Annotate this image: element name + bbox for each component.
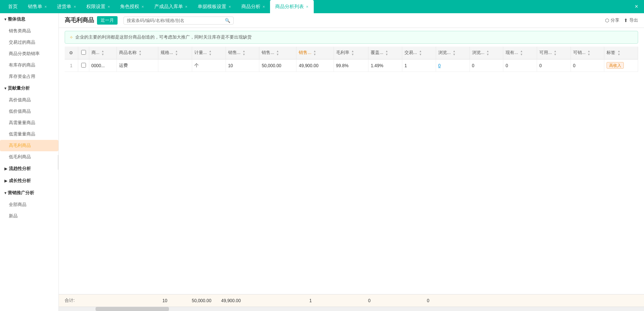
sidebar-item-traded-goods[interactable]: 交易过的商品 bbox=[0, 37, 58, 48]
nav-template[interactable]: 单据模板设置 × bbox=[193, 0, 236, 13]
row-sale-profit: 49,900.00 bbox=[296, 59, 334, 72]
top-navigation: 首页 销售单 × 进货单 × 权限设置 × 角色授权 × 产成品入库单 × 单据… bbox=[0, 0, 644, 13]
sidebar-item-low-value[interactable]: 低价值商品 bbox=[0, 106, 58, 117]
sidebar-item-new-goods[interactable]: 新品 bbox=[0, 210, 58, 222]
col-name[interactable]: 商品名称 ▲▼ bbox=[117, 47, 158, 59]
sort-icon-sale-qty: ▲▼ bbox=[242, 50, 245, 56]
nav-product-inbound[interactable]: 产成品入库单 × bbox=[149, 0, 193, 13]
header-actions: ⬡ 分享 ⬆ 导出 bbox=[605, 17, 638, 23]
info-icon: ✧ bbox=[69, 35, 73, 40]
row-checkbox[interactable] bbox=[81, 63, 86, 68]
sort-icon-view2: ▲▼ bbox=[486, 50, 489, 56]
sidebar-group-contribution[interactable]: ▾ 贡献量分析 bbox=[0, 82, 58, 94]
footer-sale-qty bbox=[87, 298, 160, 303]
footer-sale-qty-val: 10 bbox=[160, 298, 190, 303]
sidebar-group-overall[interactable]: ▾ 整体信息 bbox=[0, 13, 58, 25]
table-container: ⚙ 商... ▲▼ 商品名称 ▲▼ 规格... ▲▼ 计量. bbox=[59, 47, 644, 294]
col-current-stock[interactable]: 现有... ▲▼ bbox=[503, 47, 537, 59]
row-view-count1[interactable]: 0 bbox=[436, 59, 469, 72]
sort-icon-gross-margin: ▲▼ bbox=[351, 50, 354, 56]
sort-icon-spec: ▲▼ bbox=[175, 50, 178, 56]
close-sales-tab[interactable]: × bbox=[44, 4, 47, 9]
col-setting[interactable]: ⚙ bbox=[65, 47, 78, 59]
col-trade-count[interactable]: 交易... ▲▼ bbox=[402, 47, 436, 59]
col-coverage[interactable]: 覆盖... ▲▼ bbox=[368, 47, 402, 59]
col-sale-qty[interactable]: 销售... ▲▼ bbox=[226, 47, 259, 59]
time-filter-button[interactable]: 近一月 bbox=[97, 16, 118, 25]
row-coverage: 1.49% bbox=[368, 59, 402, 72]
row-view-count2: 0 bbox=[469, 59, 503, 72]
col-saleable-stock[interactable]: 可销... ▲▼ bbox=[571, 47, 604, 59]
col-sale-profit[interactable]: 销售... ▲▼ bbox=[296, 47, 334, 59]
nav-product-analysis-list[interactable]: 商品分析列表 × bbox=[270, 0, 313, 13]
sidebar-item-high-margin[interactable]: 高毛利商品 bbox=[0, 140, 58, 151]
sidebar-item-in-stock[interactable]: 有库存的商品 bbox=[0, 59, 58, 71]
sort-icon-name: ▲▼ bbox=[139, 50, 142, 56]
sidebar-group-growth[interactable]: ▶ 成长性分析 bbox=[0, 175, 58, 187]
sidebar-item-stock-capital[interactable]: 库存资金占用 bbox=[0, 71, 58, 82]
footer-empty1 bbox=[248, 298, 278, 303]
col-spec[interactable]: 规格... ▲▼ bbox=[158, 47, 192, 59]
select-all-checkbox[interactable] bbox=[81, 50, 86, 55]
close-permissions-tab[interactable]: × bbox=[108, 4, 110, 9]
footer-sale-amt: 50,000.00 bbox=[190, 298, 219, 303]
row-sale-amt: 50,000.00 bbox=[259, 59, 296, 72]
col-tag[interactable]: 标签 ▲▼ bbox=[604, 47, 638, 59]
row-saleable-stock: 0 bbox=[571, 59, 604, 72]
close-purchase-tab[interactable]: × bbox=[73, 4, 76, 9]
sidebar-item-sales-goods[interactable]: 销售类商品 bbox=[0, 25, 58, 37]
close-template-tab[interactable]: × bbox=[229, 4, 231, 9]
footer-sale-profit: 49,900.00 bbox=[219, 298, 248, 303]
sidebar-group-marketing[interactable]: ▾ 营销推广分析 bbox=[0, 187, 58, 199]
close-all-button[interactable]: × bbox=[632, 3, 641, 10]
col-gross-margin[interactable]: 毛利率 ▲▼ bbox=[334, 47, 368, 59]
footer-empty2 bbox=[278, 298, 307, 303]
table-header-row: ⚙ 商... ▲▼ 商品名称 ▲▼ 规格... ▲▼ 计量. bbox=[65, 47, 638, 59]
horizontal-scrollbar[interactable] bbox=[59, 307, 644, 311]
table-row: 1 0000... 运费 个 10 50,000.00 49,900.00 99… bbox=[65, 59, 638, 72]
close-product-inbound-tab[interactable]: × bbox=[185, 4, 187, 9]
col-view-count2[interactable]: 浏览... ▲▼ bbox=[469, 47, 503, 59]
nav-role[interactable]: 角色授权 × bbox=[115, 0, 149, 13]
sort-icon-trade-count: ▲▼ bbox=[419, 50, 422, 56]
export-button[interactable]: ⬆ 导出 bbox=[624, 17, 638, 23]
row-spec bbox=[158, 59, 192, 72]
sidebar-item-high-value[interactable]: 高价值商品 bbox=[0, 94, 58, 106]
nav-permissions[interactable]: 权限设置 × bbox=[81, 0, 115, 13]
col-unit[interactable]: 计量... ▲▼ bbox=[192, 47, 226, 59]
arrow-down-icon: ▾ bbox=[4, 17, 6, 21]
search-icon[interactable]: 🔍 bbox=[225, 18, 230, 23]
close-product-analysis-list-tab[interactable]: × bbox=[306, 4, 308, 9]
sidebar-collapse-button[interactable]: « bbox=[58, 155, 59, 170]
sidebar-item-low-demand[interactable]: 低需量量商品 bbox=[0, 129, 58, 140]
sidebar-group-trend[interactable]: ▶ 流趋性分析 bbox=[0, 163, 58, 175]
sidebar-item-all-goods[interactable]: 全部商品 bbox=[0, 199, 58, 210]
app-body: « ▾ 整体信息 销售类商品 交易过的商品 商品分类助销率 有库存的商品 库存资… bbox=[0, 13, 644, 311]
sort-icon: ▲▼ bbox=[101, 50, 104, 56]
row-gross-margin: 99.8% bbox=[334, 59, 368, 72]
row-name: 运费 bbox=[117, 59, 158, 72]
search-input[interactable] bbox=[127, 18, 225, 23]
col-code[interactable]: 商... ▲▼ bbox=[89, 47, 117, 59]
col-sale-amt[interactable]: 销售... ▲▼ bbox=[259, 47, 296, 59]
row-available-stock: 0 bbox=[537, 59, 571, 72]
close-product-analysis-tab[interactable]: × bbox=[263, 4, 265, 9]
sidebar-item-category-assist[interactable]: 商品分类助销率 bbox=[0, 48, 58, 59]
footer-view-count1: 0 bbox=[366, 298, 395, 303]
scrollbar-thumb bbox=[96, 307, 169, 311]
share-button[interactable]: ⬡ 分享 bbox=[605, 17, 619, 23]
sort-icon-unit: ▲▼ bbox=[209, 50, 212, 56]
nav-purchase[interactable]: 进货单 × bbox=[52, 0, 81, 13]
nav-sales[interactable]: 销售单 × bbox=[23, 0, 52, 13]
sidebar-item-high-demand[interactable]: 高需量量商品 bbox=[0, 117, 58, 129]
col-view-count1[interactable]: 浏览... ▲▼ bbox=[436, 47, 469, 59]
row-unit: 个 bbox=[192, 59, 226, 72]
nav-product-analysis[interactable]: 商品分析 × bbox=[236, 0, 270, 13]
footer-label: 合计: bbox=[65, 297, 87, 304]
close-role-tab[interactable]: × bbox=[141, 4, 144, 9]
nav-home[interactable]: 首页 bbox=[3, 0, 23, 13]
row-index: 1 bbox=[65, 59, 78, 72]
row-trade-count: 1 bbox=[402, 59, 436, 72]
col-available-stock[interactable]: 可用... ▲▼ bbox=[537, 47, 571, 59]
sidebar-item-low-margin[interactable]: 低毛利商品 bbox=[0, 151, 58, 163]
